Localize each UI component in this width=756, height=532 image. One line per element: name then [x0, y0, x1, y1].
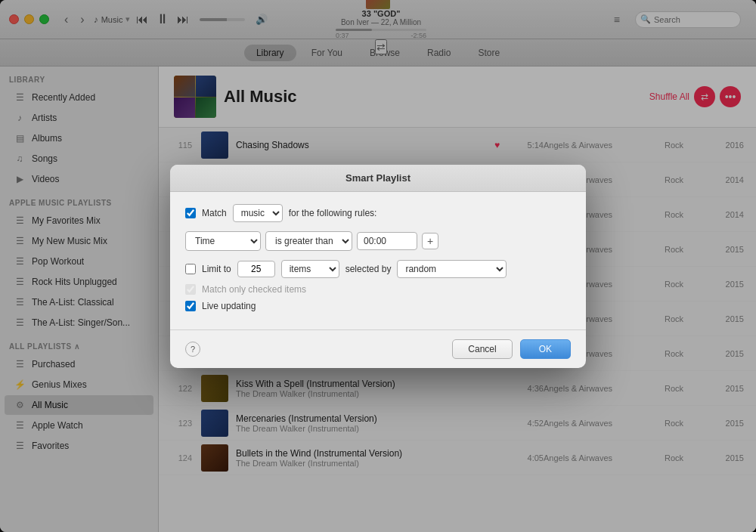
selected-by-label: selected by — [345, 264, 392, 274]
limit-row: Limit to items minutes hours MB GB selec… — [185, 260, 571, 278]
match-checkbox[interactable] — [185, 208, 196, 218]
limit-label: Limit to — [202, 264, 231, 274]
limit-checkbox[interactable] — [185, 264, 196, 274]
modal-buttons: Cancel OK — [452, 339, 571, 359]
rule-row: Time Title Artist Album is greater than … — [185, 231, 571, 251]
ok-button[interactable]: OK — [520, 339, 571, 359]
modal-footer: ? Cancel OK — [170, 329, 586, 368]
limit-input[interactable] — [237, 261, 275, 277]
match-select[interactable]: music all any — [233, 204, 283, 222]
live-updating-checkbox[interactable] — [185, 301, 196, 311]
smart-playlist-modal: Smart Playlist Match music all any for t… — [170, 165, 586, 368]
modal-title: Smart Playlist — [170, 165, 586, 192]
selected-by-select[interactable]: random album artist genre most played le… — [397, 260, 507, 278]
match-checked-checkbox[interactable] — [185, 284, 196, 295]
rule-value-input[interactable] — [357, 232, 417, 250]
live-updating-row: Live updating — [185, 301, 571, 311]
rule-field-select[interactable]: Time Title Artist Album — [185, 231, 261, 251]
match-checked-row: Match only checked items — [185, 284, 571, 295]
match-row: Match music all any for the following ru… — [185, 204, 571, 222]
modal-body: Match music all any for the following ru… — [170, 192, 586, 329]
live-updating-label: Live updating — [202, 301, 256, 311]
rule-condition-select[interactable]: is greater than is less than is contains — [265, 231, 352, 251]
limit-unit-select[interactable]: items minutes hours MB GB — [281, 260, 339, 278]
modal-overlay: Smart Playlist Match music all any for t… — [0, 0, 756, 532]
help-button[interactable]: ? — [185, 342, 200, 357]
match-checked-label: Match only checked items — [202, 284, 306, 295]
add-rule-button[interactable]: + — [422, 233, 438, 249]
match-label: Match — [202, 208, 227, 218]
cancel-button[interactable]: Cancel — [452, 339, 512, 359]
match-suffix: for the following rules: — [289, 208, 377, 218]
